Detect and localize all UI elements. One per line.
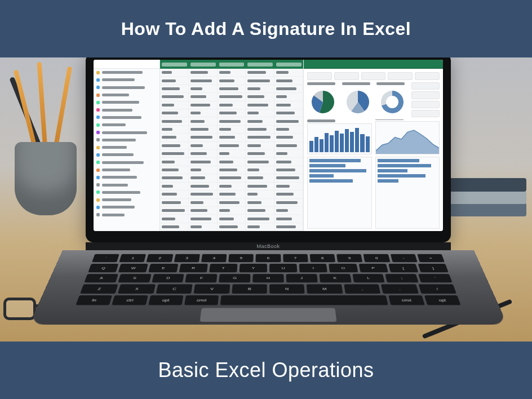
table-cell xyxy=(246,223,274,230)
sidebar-item xyxy=(94,166,159,174)
table-row xyxy=(160,183,303,190)
keyboard-key: M xyxy=(307,285,343,294)
keyboard-key: L xyxy=(352,274,385,283)
keyboard-key: T xyxy=(209,264,237,272)
table-row xyxy=(160,158,303,166)
table-cell xyxy=(189,126,218,133)
kpi-card xyxy=(388,72,413,80)
desk-scene: MacBook `1234567890-=QWERTYUIOP[]ASDFGHJ… xyxy=(0,57,532,342)
table-cell xyxy=(274,183,303,190)
table-cell xyxy=(246,174,274,181)
table-cell xyxy=(246,215,274,222)
table-cell xyxy=(160,134,189,141)
table-cell xyxy=(189,174,218,181)
dashboard-value-boxes xyxy=(411,82,440,117)
table-cell xyxy=(218,183,246,190)
sidebar-item xyxy=(94,203,159,211)
table-row xyxy=(160,117,303,125)
table-row xyxy=(160,69,303,77)
table-cell xyxy=(189,166,218,174)
sidebar-item xyxy=(94,121,159,128)
table-cell xyxy=(160,69,189,76)
pie-chart-1 xyxy=(307,82,339,117)
table-cell xyxy=(218,166,246,174)
table-cell xyxy=(218,126,246,133)
svg-point-0 xyxy=(386,96,398,108)
table-cell xyxy=(246,101,274,109)
table-cell xyxy=(218,85,246,92)
table-cell xyxy=(246,126,274,133)
keyboard-key: , xyxy=(344,285,380,294)
excel-grid-panel xyxy=(160,60,303,231)
table-cell xyxy=(218,77,246,84)
pie-chart-2 xyxy=(342,82,374,117)
table-cell xyxy=(274,223,303,230)
keyboard-key: . xyxy=(381,285,419,294)
area-chart xyxy=(375,119,440,154)
table-cell xyxy=(160,93,189,100)
top-banner: How To Add A Signature In Excel xyxy=(0,0,532,57)
keyboard-key: Z xyxy=(80,285,118,294)
table-cell xyxy=(189,117,218,125)
table-cell xyxy=(189,158,218,165)
keyboard-key: U xyxy=(269,264,297,272)
table-cell xyxy=(160,109,189,117)
sidebar-item xyxy=(94,136,159,144)
bar-chart xyxy=(307,119,372,154)
keyboard-key: cmd xyxy=(389,295,425,305)
sidebar-item xyxy=(94,211,159,219)
keyboard-key: P xyxy=(358,264,388,272)
laptop-keyboard: `1234567890-=QWERTYUIOP[]ASDFGHJKL;'ZXCV… xyxy=(76,254,460,305)
table-cell xyxy=(160,158,189,165)
kpi-card xyxy=(307,72,332,80)
table-row xyxy=(160,85,303,93)
table-row xyxy=(160,142,303,150)
keyboard-key: 3 xyxy=(174,254,200,262)
table-row xyxy=(160,207,303,215)
keyboard-key: W xyxy=(118,264,148,272)
keyboard-key: / xyxy=(418,285,456,294)
sidebar-item xyxy=(94,76,159,83)
keyboard-key: Y xyxy=(239,264,267,272)
sidebar-item xyxy=(94,114,159,121)
table-cell xyxy=(246,166,274,174)
table-cell xyxy=(189,190,218,198)
area-chart-icon xyxy=(376,122,440,154)
table-cell xyxy=(274,93,303,100)
table-row xyxy=(160,150,303,158)
table-cell xyxy=(274,215,303,222)
table-cell xyxy=(274,109,303,117)
sidebar-item xyxy=(94,151,159,158)
table-cell xyxy=(246,77,274,84)
table-cell xyxy=(189,109,218,117)
keyboard-key: G xyxy=(219,274,250,283)
pencil-prop xyxy=(53,66,72,150)
pencil-prop xyxy=(14,69,38,152)
keyboard-key: 4 xyxy=(201,254,227,262)
table-cell xyxy=(189,215,218,222)
sidebar-item xyxy=(94,128,159,136)
table-cell xyxy=(160,199,189,206)
table-cell xyxy=(189,69,218,76)
table-cell xyxy=(189,199,218,206)
keyboard-key: opt xyxy=(148,295,184,305)
table-cell xyxy=(218,158,246,165)
table-cell xyxy=(246,134,274,141)
excel-sidebar xyxy=(94,60,160,231)
table-cell xyxy=(189,142,218,149)
dashboard-header xyxy=(304,60,443,69)
bottom-banner-text: Basic Excel Operations xyxy=(158,358,374,382)
table-cell xyxy=(160,117,189,125)
sidebar-item xyxy=(94,99,159,106)
table-row xyxy=(160,77,303,85)
table-cell xyxy=(218,101,246,109)
table-row xyxy=(160,126,303,134)
table-cell xyxy=(218,117,246,125)
table-cell xyxy=(218,142,246,149)
table-cell xyxy=(246,158,274,165)
keyboard-key: N xyxy=(269,285,305,294)
table-cell xyxy=(160,142,189,149)
table-cell xyxy=(246,109,274,117)
table-row xyxy=(160,199,303,207)
kpi-cards xyxy=(307,72,440,80)
